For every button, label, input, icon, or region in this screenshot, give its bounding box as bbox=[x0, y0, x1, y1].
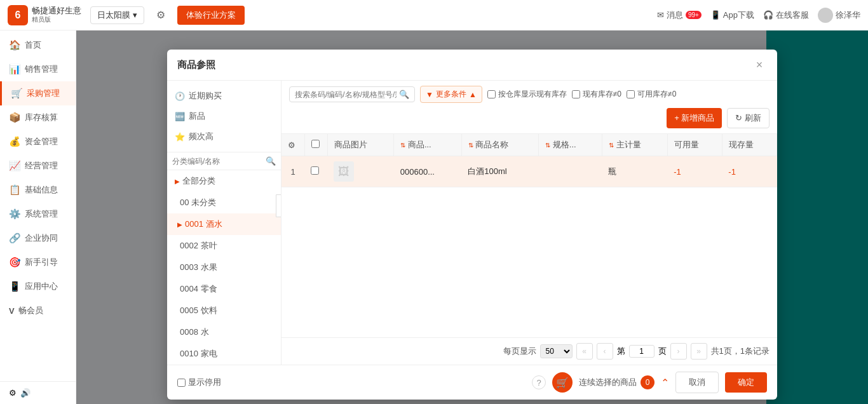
table-row[interactable]: 1 🖼 000600... bbox=[281, 156, 777, 187]
toolbar-right: + 新增商品 ↻ 刷新 bbox=[667, 108, 770, 128]
sidebar-item-member[interactable]: V 畅会员 bbox=[0, 299, 76, 323]
col-code[interactable]: ⇅ 商品... bbox=[394, 134, 462, 156]
checkbox-stock-nonzero-input[interactable] bbox=[572, 90, 580, 98]
sidebar-item-purchase[interactable]: 🛒 采购管理 bbox=[0, 81, 76, 105]
panel-collapse-button[interactable]: 《 bbox=[276, 194, 281, 217]
shortcut-recent[interactable]: 🕐 近期购买 bbox=[167, 86, 281, 106]
category-0004[interactable]: 0004 零食 bbox=[167, 278, 281, 300]
category-0002[interactable]: 0002 茶叶 bbox=[167, 235, 281, 257]
row-checkbox[interactable] bbox=[311, 166, 319, 175]
sidebar-item-base[interactable]: 📋 基础信息 bbox=[0, 178, 76, 202]
product-table-area: ⚙ 商品图片 ⇅ 商品... bbox=[281, 134, 777, 337]
cell-stock: -1 bbox=[722, 156, 776, 187]
volume-icon[interactable]: 🔊 bbox=[20, 388, 31, 398]
app-icon: 📱 bbox=[710, 10, 721, 20]
select-all-checkbox[interactable] bbox=[311, 140, 320, 148]
help-icon[interactable]: ? bbox=[532, 375, 546, 389]
add-product-button[interactable]: + 新增商品 bbox=[667, 108, 722, 128]
last-page-button[interactable]: » bbox=[691, 343, 707, 360]
modal-overlay: 商品参照 × 🕐 近期购买 bbox=[76, 30, 868, 404]
category-search-icon[interactable]: 🔍 bbox=[266, 156, 276, 166]
online-service-btn[interactable]: 🎧 在线客服 bbox=[763, 10, 809, 21]
nav-right: ✉ 消息 99+ 📱 App下载 🎧 在线客服 徐泽华 bbox=[657, 8, 860, 23]
category-search-input[interactable] bbox=[172, 157, 263, 166]
sidebar-item-stock[interactable]: 📦 库存核算 bbox=[0, 105, 76, 130]
modal-body: 🕐 近期购买 🆕 新品 ⭐ 频次高 bbox=[167, 81, 777, 365]
sidebar-item-finance[interactable]: 💰 资金管理 bbox=[0, 130, 76, 154]
cart-button[interactable]: 🛒 bbox=[552, 372, 573, 393]
show-disabled-input[interactable] bbox=[177, 379, 186, 387]
footer-collapse-icon[interactable]: ⌃ bbox=[661, 377, 669, 389]
per-page-select[interactable]: 50 10 20 100 bbox=[540, 344, 573, 358]
cancel-button[interactable]: 取消 bbox=[675, 372, 719, 393]
product-thumbnail: 🖼 bbox=[334, 161, 354, 182]
user-menu[interactable]: 徐泽华 bbox=[818, 8, 860, 23]
col-spec[interactable]: ⇅ 规格... bbox=[539, 134, 602, 156]
first-page-button[interactable]: « bbox=[576, 343, 593, 360]
filter-button[interactable]: ▼ 更多条件 ▲ bbox=[420, 86, 482, 103]
sidebar-item-collab[interactable]: 🔗 企业协同 bbox=[0, 226, 76, 250]
sidebar-item-ops[interactable]: 📈 经营管理 bbox=[0, 154, 76, 178]
base-icon: 📋 bbox=[9, 184, 21, 196]
col-name-label: 商品名称 bbox=[475, 140, 508, 149]
category-0008-label: 0008 水 bbox=[180, 327, 209, 338]
filter-up-icon: ▲ bbox=[469, 90, 477, 99]
prev-page-button[interactable]: ‹ bbox=[597, 343, 613, 360]
checkbox-warehouse-input[interactable] bbox=[487, 90, 496, 98]
toolbar: 🔍 ▼ 更多条件 ▲ 按仓库显示现有库存 bbox=[281, 81, 777, 134]
category-all[interactable]: ▶ 全部分类 bbox=[167, 170, 281, 192]
category-0003[interactable]: 0003 水果 bbox=[167, 257, 281, 278]
messages-label: 消息 bbox=[667, 10, 683, 21]
category-0001-label: 0001 酒水 bbox=[185, 219, 222, 230]
cell-row-num: 1 bbox=[281, 156, 304, 187]
category-0003-label: 0003 水果 bbox=[180, 262, 217, 273]
category-00[interactable]: 00 未分类 bbox=[167, 192, 281, 213]
checkbox-stock-nonzero-label: 现有库存≠0 bbox=[583, 89, 621, 100]
checkbox-available-nonzero-input[interactable] bbox=[627, 90, 635, 98]
sidebar-label-apps: 应用中心 bbox=[25, 281, 58, 292]
headset-icon: 🎧 bbox=[763, 10, 773, 20]
sidebar-bottom: ⚙ 🔊 bbox=[0, 381, 76, 404]
cta-button[interactable]: 体验行业方案 bbox=[177, 6, 245, 25]
footer-help: ? 🛒 连续选择的商品 0 ⌃ 取消 确定 bbox=[532, 372, 767, 393]
app-download-btn[interactable]: 📱 App下载 bbox=[710, 10, 754, 21]
online-service-label: 在线客服 bbox=[776, 10, 809, 21]
pagination: 每页显示 50 10 20 100 « ‹ 第 bbox=[281, 337, 777, 365]
col-settings[interactable]: ⚙ bbox=[281, 134, 304, 156]
product-search-input[interactable] bbox=[295, 90, 397, 99]
modal-footer: 显示停用 ? 🛒 连续选择的商品 0 ⌃ 取消 确定 bbox=[167, 365, 777, 400]
checkbox-available-nonzero-label: 可用库存≠0 bbox=[637, 89, 676, 100]
modal-header: 商品参照 × bbox=[167, 50, 777, 81]
sidebar-item-system[interactable]: ⚙️ 系统管理 bbox=[0, 202, 76, 226]
category-0005[interactable]: 0005 饮料 bbox=[167, 300, 281, 321]
sidebar-label-member: 畅会员 bbox=[18, 305, 43, 316]
col-name[interactable]: ⇅ 商品名称 bbox=[461, 134, 538, 156]
sidebar-item-sales[interactable]: 📊 销售管理 bbox=[0, 57, 76, 81]
shortcut-new[interactable]: 🆕 新品 bbox=[167, 106, 281, 126]
refresh-button[interactable]: ↻ 刷新 bbox=[727, 108, 770, 128]
page-number-input[interactable] bbox=[629, 345, 654, 358]
next-page-button[interactable]: › bbox=[670, 343, 687, 360]
sidebar-item-home[interactable]: 🏠 首页 bbox=[0, 33, 76, 57]
sales-icon: 📊 bbox=[9, 64, 21, 75]
modal-close-button[interactable]: × bbox=[752, 57, 767, 72]
settings-icon[interactable]: ⚙ bbox=[151, 5, 171, 25]
category-0010[interactable]: 0010 家电 bbox=[167, 343, 281, 365]
category-0001-arrow: ▶ bbox=[177, 221, 182, 228]
confirm-button[interactable]: 确定 bbox=[725, 372, 767, 393]
page-suffix: 页 bbox=[658, 346, 667, 357]
messages-btn[interactable]: ✉ 消息 99+ bbox=[657, 10, 702, 21]
message-badge: 99+ bbox=[686, 11, 702, 19]
sidebar-item-guide[interactable]: 🎯 新手引导 bbox=[0, 250, 76, 274]
nav-dropdown[interactable]: 日太阳膜 ▾ bbox=[90, 6, 144, 24]
sidebar-item-apps[interactable]: 📱 应用中心 bbox=[0, 274, 76, 299]
sidebar: 🏠 首页 📊 销售管理 🛒 采购管理 📦 库存核算 💰 资金管理 📈 经 bbox=[0, 30, 76, 404]
category-0008[interactable]: 0008 水 bbox=[167, 321, 281, 343]
settings-bottom-icon[interactable]: ⚙ bbox=[9, 388, 17, 398]
category-0001[interactable]: ▶ 0001 酒水 bbox=[167, 213, 281, 235]
page-label: 第 bbox=[617, 346, 625, 357]
search-icon[interactable]: 🔍 bbox=[399, 90, 409, 99]
shortcut-frequent[interactable]: ⭐ 频次高 bbox=[167, 126, 281, 147]
col-unit[interactable]: ⇅ 主计量 bbox=[602, 134, 667, 156]
category-search: 🔍 bbox=[167, 152, 281, 170]
